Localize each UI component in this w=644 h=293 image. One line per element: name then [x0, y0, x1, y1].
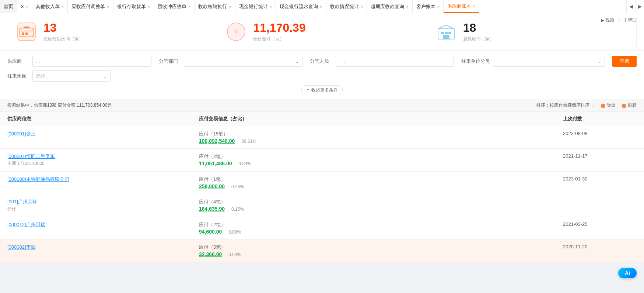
supplier-filter: 供应商 ...	[7, 56, 151, 67]
nav-item-receipt-verify[interactable]: 收款核销执行×	[195, 0, 235, 13]
close-icon[interactable]: ×	[406, 4, 408, 9]
nav-left-arrow[interactable]: ◀	[626, 0, 635, 13]
collapse-icon: ⌃	[306, 88, 310, 93]
result-summary-text: 搜索结果中，供应商13家 应付金额 111,703,854.00元	[7, 102, 112, 108]
table-row: [000002]李四应付（5笔）32,366.000.03%2020-11-20	[0, 239, 644, 262]
stat-text-total-suppliers: 18 总供应商（家）	[463, 21, 494, 42]
nav-arrows: ◀ ▶	[626, 0, 644, 13]
tx-label: 应付（2笔）	[199, 221, 563, 228]
svg-rect-4	[25, 32, 28, 35]
supplier-name-link[interactable]: [000100]本特勤油品有限公司	[7, 176, 199, 183]
nav-item-receipt-stat[interactable]: 收款情况统计×	[326, 0, 367, 13]
nav-item-supplier-ledger[interactable]: 供应商账本×	[444, 0, 479, 13]
export-button[interactable]: ⬤ 导出	[601, 102, 616, 108]
close-icon[interactable]: ×	[229, 4, 231, 9]
sort-label: 排序：按应付余额倒序排序	[536, 102, 589, 108]
tx-amount-value[interactable]: 100,092,540.00	[199, 138, 235, 144]
supplier-name-link[interactable]: [000002]李四	[7, 244, 199, 251]
tx-amount-row: 164,635.900.15%	[199, 205, 563, 212]
sort-control[interactable]: 排序：按应付余额倒序排序 ⌄	[536, 102, 595, 108]
nav-item-pre-collect[interactable]: 预收冲应收单×	[154, 0, 195, 13]
help-link[interactable]: ? 帮助	[624, 17, 637, 23]
result-summary-bar: 搜索结果中，供应商13家 应付金额 111,703,854.00元 排序：按应付…	[0, 99, 644, 112]
close-icon[interactable]: ×	[473, 4, 475, 8]
table-row: [000007]恒旺二手叉车王通 17106110000应付（2笔）11,051…	[0, 149, 644, 172]
tx-amount-value[interactable]: 94,600.00	[199, 229, 222, 235]
supplier-info-cell: [000012]广州贝瑞	[7, 221, 199, 228]
question-icon: ?	[624, 18, 627, 23]
dept-chevron-icon: ⌄	[295, 59, 299, 64]
tx-amount-row: 100,092,540.0089.61%	[199, 137, 563, 144]
transaction-info-cell: 应付（2笔）11,051,486.009.89%	[199, 153, 563, 166]
nav-item-cash-bank-flow[interactable]: 现金银行流水查询×	[276, 0, 326, 13]
svg-rect-10	[448, 32, 451, 34]
table-row: [000012]广州贝瑞应付（2笔）94,600.000.08%2021-03-…	[0, 217, 644, 239]
nav-item-home[interactable]: 首页	[0, 0, 17, 13]
transaction-info-cell: 应付（4笔）164,635.900.15%	[199, 199, 563, 212]
supplier-dots: ...	[36, 58, 44, 65]
top-navigation: 首页3×其他收入单×应收应付调整单×银行存取款单×预收冲应收单×收款核销执行×现…	[0, 0, 644, 13]
search-button[interactable]: 查询	[612, 56, 637, 67]
supplier-info-cell: [001]广州荣轩仔仔	[7, 199, 199, 212]
stat-block-total-payable: ¥ 11,170.39 应付合计（万）	[217, 17, 427, 46]
transaction-info-cell: 应付（15笔）100,092,540.0089.61%	[199, 131, 563, 144]
filter-area: 供应商 ... 分管部门 ⌄ 分管人员 ... 往来单位分类 ⌄ 查询	[0, 51, 644, 99]
last-pay-date: 2020-11-20	[563, 244, 637, 249]
tx-amount-value[interactable]: 32,366.00	[199, 251, 222, 257]
table-row: [000100]本特勤油品有限公司应付（1笔）258,000.000.23%20…	[0, 172, 644, 194]
tx-amount-value[interactable]: 258,000.00	[199, 183, 225, 189]
supplier-payable-icon	[15, 20, 38, 44]
stat-text-total-payable: 11,170.39 应付合计（万）	[253, 21, 305, 42]
supplier-name-link[interactable]: [000001]张三	[7, 131, 199, 137]
category-filter-label: 往来单位分类	[461, 58, 490, 65]
close-icon[interactable]: ×	[437, 4, 440, 9]
nav-right-arrow[interactable]: ▶	[635, 0, 644, 13]
last-pay-date: 2021-03-25	[563, 221, 637, 227]
balance-placeholder: 选择...	[36, 73, 49, 79]
export-label: 导出	[607, 102, 616, 108]
suppliers-table: 供应商信息 应付交易信息（占比） 上次付数 [000001]张三应付（15笔）1…	[0, 112, 644, 262]
payable-suppliers-number: 13	[43, 21, 83, 34]
dept-select[interactable]: ⌄	[184, 56, 303, 67]
balance-select[interactable]: 选择... ⌄	[32, 70, 111, 82]
video-link[interactable]: ▶ 视频	[601, 17, 614, 23]
tx-amount-value[interactable]: 164,635.90	[199, 206, 225, 212]
supplier-name-link[interactable]: [000007]恒旺二手叉车	[7, 153, 199, 160]
category-select[interactable]: ⌄	[493, 56, 605, 67]
person-input[interactable]: ...	[335, 56, 454, 67]
supplier-sub-info: 仔仔	[7, 206, 199, 212]
svg-rect-3	[22, 32, 24, 35]
sort-chevron-icon: ⌄	[591, 103, 595, 108]
nav-item-bank-deposit[interactable]: 银行存取款单×	[113, 0, 154, 13]
refresh-button[interactable]: ⬤ 刷新	[622, 102, 637, 108]
close-icon[interactable]: ×	[320, 4, 322, 9]
close-icon[interactable]: ×	[270, 4, 272, 9]
supplier-filter-label: 供应商	[7, 58, 29, 65]
table-row: [001]广州荣轩仔仔应付（4笔）164,635.900.15%	[0, 194, 644, 217]
close-icon[interactable]: ×	[188, 4, 190, 9]
nav-item-ar-ap-adjust[interactable]: 应收应付调整单×	[68, 0, 113, 13]
collapse-button[interactable]: ⌃ 收起更多条件	[301, 85, 343, 95]
total-payable-number: 11,170.39	[253, 21, 305, 34]
supplier-name-link[interactable]: [001]广州荣轩	[7, 199, 199, 205]
tx-amount-row: 11,051,486.009.89%	[199, 160, 563, 166]
tx-amount-value[interactable]: 11,051,486.00	[199, 161, 232, 166]
tx-label: 应付（4笔）	[199, 199, 563, 205]
tx-percentage: 0.15%	[231, 207, 244, 212]
tx-percentage: 89.61%	[241, 139, 256, 144]
tx-percentage: 0.03%	[228, 252, 241, 257]
nav-item-overdue-ar[interactable]: 超期应收款查询×	[367, 0, 412, 13]
nav-item-other-income[interactable]: 其他收入单×	[32, 0, 68, 13]
supplier-name-link[interactable]: [000012]广州贝瑞	[7, 221, 199, 228]
refresh-label: 刷新	[628, 102, 637, 108]
nav-item-customer-ledger[interactable]: 客户账本×	[413, 0, 444, 13]
close-icon[interactable]: ×	[62, 4, 64, 9]
close-icon[interactable]: ×	[107, 4, 109, 9]
export-icon: ⬤	[601, 103, 605, 108]
close-icon[interactable]: ×	[148, 4, 150, 9]
nav-item-tab3[interactable]: 3×	[17, 0, 32, 13]
supplier-input[interactable]: ...	[32, 56, 151, 67]
close-icon[interactable]: ×	[25, 4, 28, 9]
nav-item-cash-bank-stat[interactable]: 现金银行统计×	[235, 0, 276, 13]
close-icon[interactable]: ×	[361, 4, 363, 9]
